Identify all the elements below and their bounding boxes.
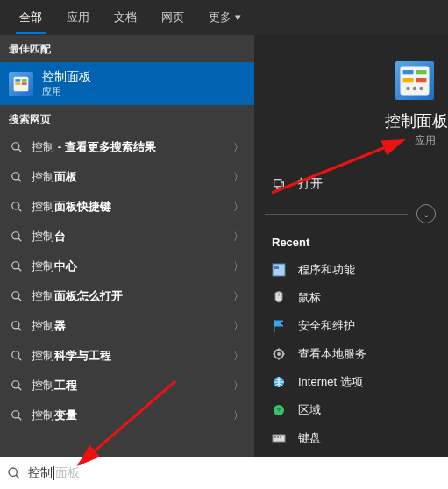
caret (53, 466, 54, 480)
chevron-right-icon: 〉 (233, 379, 244, 393)
svg-point-21 (12, 381, 19, 388)
web-result-3[interactable]: 控制台 〉 (0, 222, 254, 252)
search-bar[interactable]: 控制面板 (0, 457, 448, 489)
svg-point-11 (12, 232, 19, 239)
web-result-7[interactable]: 控制科学与工程 〉 (0, 341, 254, 371)
search-icon (11, 379, 23, 392)
svg-line-47 (16, 475, 19, 478)
web-result-9[interactable]: 控制变量 〉 (0, 400, 254, 430)
svg-rect-42 (274, 436, 276, 438)
chevron-right-icon: 〉 (233, 289, 244, 304)
recent-label: 程序和功能 (298, 262, 355, 278)
open-icon (272, 177, 286, 191)
svg-rect-43 (277, 436, 279, 438)
svg-point-7 (12, 173, 19, 180)
search-icon (7, 466, 21, 480)
svg-point-32 (419, 87, 423, 91)
web-result-5[interactable]: 控制面板怎么打开 〉 (0, 281, 254, 311)
recent-item-6[interactable]: 键盘 (254, 424, 448, 452)
control-panel-icon (9, 72, 33, 96)
search-ghost: 面板 (55, 465, 80, 481)
svg-rect-26 (403, 70, 414, 74)
web-result-2[interactable]: 控制面板快捷键 〉 (0, 192, 254, 222)
tab-4[interactable]: 更多 ▾ (196, 3, 253, 32)
search-icon (11, 320, 23, 332)
web-result-label: 控制变量 (32, 408, 77, 423)
svg-line-6 (18, 149, 22, 152)
svg-point-15 (12, 292, 19, 299)
recent-item-0[interactable]: 程序和功能 (254, 256, 448, 284)
svg-line-18 (18, 328, 22, 331)
svg-point-13 (12, 262, 19, 269)
recent-label: 键盘 (298, 430, 321, 446)
search-icon (11, 171, 23, 183)
recent-item-5[interactable]: 区域 (254, 396, 448, 424)
search-icon (11, 409, 23, 422)
recent-label: 安全和维护 (298, 318, 355, 334)
programs-icon (272, 263, 286, 277)
recent-header: Recent (254, 223, 448, 256)
best-match-sub: 应用 (42, 85, 91, 98)
mouse-icon (272, 291, 286, 305)
svg-point-31 (413, 87, 417, 91)
svg-line-14 (18, 268, 22, 272)
svg-point-9 (12, 202, 19, 209)
app-large-icon (395, 61, 434, 100)
recent-item-3[interactable]: 查看本地服务 (254, 340, 448, 368)
svg-line-22 (18, 387, 22, 391)
web-result-label: 控制面板 (32, 169, 77, 185)
tab-0[interactable]: 全部 (7, 3, 54, 32)
flag-icon (272, 319, 286, 333)
recent-label: 鼠标 (298, 290, 321, 306)
chevron-right-icon: 〉 (233, 230, 244, 244)
svg-rect-27 (416, 70, 427, 74)
app-title: 控制面板 (385, 110, 448, 131)
search-icon (11, 350, 23, 362)
web-result-4[interactable]: 控制中心 〉 (0, 252, 254, 281)
open-label: 打开 (298, 176, 323, 192)
best-match-header: 最佳匹配 (0, 35, 254, 62)
svg-point-30 (406, 87, 410, 91)
chevron-right-icon: 〉 (233, 200, 244, 215)
svg-line-20 (18, 358, 22, 361)
search-icon (11, 230, 23, 243)
web-result-6[interactable]: 控制器 〉 (0, 311, 254, 341)
divider (265, 214, 408, 215)
recent-item-4[interactable]: Internet 选项 (254, 368, 448, 396)
search-icon (11, 260, 23, 273)
web-result-8[interactable]: 控制工程 〉 (0, 371, 254, 400)
tabs-bar: 全部应用文档网页更多 ▾ (0, 0, 448, 35)
search-icon (11, 201, 23, 213)
svg-rect-4 (22, 82, 27, 85)
web-result-label: 控制中心 (32, 259, 77, 274)
svg-rect-33 (274, 180, 281, 187)
region-icon (272, 403, 286, 417)
best-match-title: 控制面板 (42, 69, 91, 85)
best-match-item[interactable]: 控制面板 应用 (0, 62, 254, 105)
svg-rect-3 (15, 82, 20, 85)
recent-item-1[interactable]: 鼠标 (254, 284, 448, 312)
services-icon (272, 347, 286, 361)
web-header: 搜索网页 (0, 105, 254, 132)
svg-rect-2 (22, 79, 27, 82)
web-result-1[interactable]: 控制面板 〉 (0, 162, 254, 192)
web-result-0[interactable]: 控制 - 查看更多搜索结果 〉 (0, 132, 254, 162)
svg-line-12 (18, 238, 22, 242)
chevron-right-icon: 〉 (233, 319, 244, 334)
svg-point-5 (12, 143, 19, 150)
results-panel: 最佳匹配 控制面板 应用 搜索网页 控制 - 查看更多搜索结果 〉 控制面板 〉 (0, 35, 254, 489)
tab-3[interactable]: 网页 (149, 3, 196, 32)
keyboard-icon (272, 431, 286, 445)
web-result-label: 控制面板怎么打开 (32, 288, 123, 304)
svg-rect-1 (15, 79, 20, 82)
tab-1[interactable]: 应用 (54, 3, 102, 32)
svg-point-23 (12, 411, 19, 418)
app-sub: 应用 (415, 133, 448, 148)
recent-item-2[interactable]: 安全和维护 (254, 312, 448, 340)
expand-toggle[interactable]: ⌄ (416, 204, 436, 223)
search-input[interactable]: 控制面板 (28, 465, 80, 481)
web-result-label: 控制工程 (32, 378, 77, 393)
tab-2[interactable]: 文档 (102, 3, 149, 32)
search-icon (11, 141, 23, 153)
open-button[interactable]: 打开 (254, 164, 448, 204)
